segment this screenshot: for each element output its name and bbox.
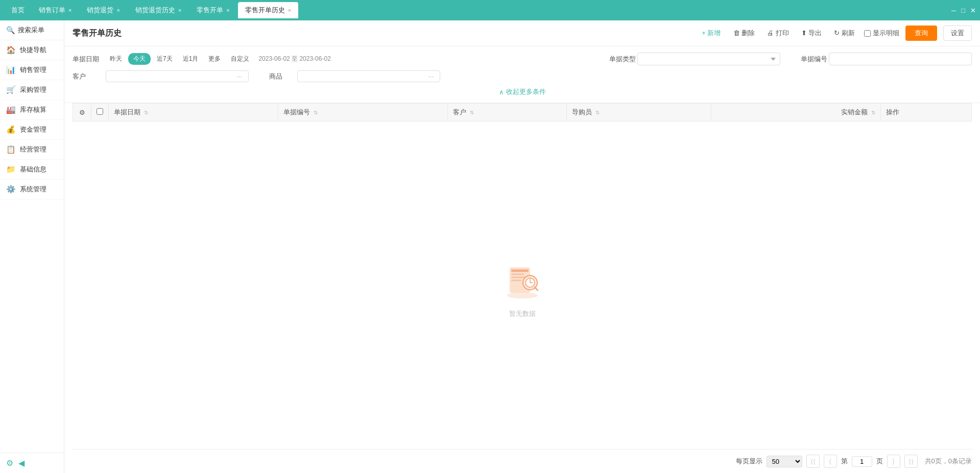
page-title: 零售开单历史: [73, 28, 122, 39]
data-table: ⚙ 单据日期 ⇅ 单据编号 ⇅: [73, 103, 972, 121]
customer-dots[interactable]: ···: [234, 72, 244, 80]
date-btn-more[interactable]: 更多: [204, 53, 225, 65]
empty-illustration: [497, 252, 548, 303]
svg-rect-5: [511, 280, 521, 281]
minimize-btn[interactable]: ─: [951, 7, 956, 14]
select-all-checkbox[interactable]: [97, 108, 103, 115]
show-detail-label: 显示明细: [873, 29, 899, 38]
sort-guide-icon[interactable]: ⇅: [595, 110, 600, 115]
toolbar: + 新增 🗑 删除 🖨 打印 ⬆ 导出 ↻ 刷新 显示明细 查询 设置: [699, 26, 972, 41]
close-tab-sales-order[interactable]: ×: [68, 7, 71, 13]
tab-sales-return[interactable]: 销货退货 ×: [80, 2, 127, 18]
filter-row-customer: 客户 ··· 商品 ···: [73, 70, 972, 82]
per-page-select[interactable]: 50 20 100: [767, 456, 802, 467]
pagination: 每页显示 50 20 100 ⟨⟨ ⟨ 第 页 ⟩ ⟩⟩ 共0页，0条记录: [73, 449, 972, 473]
sidebar-item-system[interactable]: ⚙️ 系统管理: [0, 180, 64, 200]
th-guide[interactable]: 导购员 ⇅: [567, 104, 711, 121]
type-filter-label: 单据类型: [609, 55, 637, 64]
sort-customer-icon[interactable]: ⇅: [470, 110, 474, 115]
print-button[interactable]: 🖨 打印: [764, 27, 792, 40]
tab-home[interactable]: 首页: [4, 2, 32, 18]
date-filter-label: 单据日期: [73, 55, 106, 64]
sidebar-item-purchase-mgmt[interactable]: 🛒 采购管理: [0, 80, 64, 100]
th-date-label: 单据日期: [114, 108, 140, 116]
date-btn-today[interactable]: 今天: [128, 53, 151, 65]
home-icon: 🏠: [6, 45, 16, 55]
number-filter-input[interactable]: [829, 53, 972, 65]
collapse-more-btn[interactable]: ∧ 收起更多条件: [73, 87, 972, 96]
show-detail-toggle[interactable]: 显示明细: [864, 29, 899, 38]
settings-icon-btn[interactable]: ⚙: [6, 458, 13, 468]
th-number-label: 单据编号: [283, 108, 310, 116]
empty-text: 暂无数据: [509, 309, 536, 318]
query-button[interactable]: 查询: [905, 26, 937, 41]
th-number[interactable]: 单据编号 ⇅: [278, 104, 447, 121]
th-guide-label: 导购员: [572, 108, 592, 116]
table-gear-icon[interactable]: ⚙: [79, 109, 85, 116]
table-header-row: ⚙ 单据日期 ⇅ 单据编号 ⇅: [73, 104, 972, 121]
search-label: 搜索采单: [18, 26, 44, 35]
sidebar-bottom: ⚙ ◀: [0, 453, 64, 473]
sidebar-item-finance[interactable]: 💰 资金管理: [0, 120, 64, 140]
sidebar-item-sales-mgmt[interactable]: 📊 销售管理: [0, 60, 64, 80]
prev-page-btn[interactable]: ⟨: [824, 455, 837, 468]
last-page-btn[interactable]: ⟩⟩: [904, 455, 918, 468]
sidebar-item-operation[interactable]: 📋 经营管理: [0, 140, 64, 160]
product-filter-input[interactable]: [302, 72, 426, 80]
maximize-btn[interactable]: □: [961, 7, 965, 14]
clipboard-icon: 📋: [6, 145, 16, 154]
th-amount[interactable]: 实销金额 ⇅: [711, 104, 881, 121]
filter-section: 单据日期 昨天 今天 近7天 近1月 更多 自定义 2023-06-02 至 2…: [64, 46, 980, 103]
per-page-label: 每页显示: [736, 457, 762, 466]
folder-icon: 📁: [6, 165, 16, 174]
sidebar-item-inventory[interactable]: 🏭 库存核算: [0, 100, 64, 120]
first-page-btn[interactable]: ⟨⟨: [806, 455, 820, 468]
sidebar-item-quick-nav[interactable]: 🏠 快捷导航: [0, 40, 64, 60]
date-btn-1month[interactable]: 近1月: [179, 53, 203, 65]
th-date[interactable]: 单据日期 ⇅: [109, 104, 278, 121]
date-btn-custom[interactable]: 自定义: [227, 53, 253, 65]
tab-retail-open[interactable]: 零售开单 ×: [189, 2, 236, 18]
close-tab-sales-return-history[interactable]: ×: [178, 7, 181, 13]
th-customer[interactable]: 客户 ⇅: [447, 104, 566, 121]
tab-sales-return-history[interactable]: 销货退货历史 ×: [128, 2, 188, 18]
show-detail-checkbox[interactable]: [864, 30, 871, 37]
date-filter-buttons: 昨天 今天 近7天 近1月 更多 自定义 2023-06-02 至 2023-0…: [106, 53, 331, 65]
chevron-up-icon: ∧: [499, 88, 504, 96]
close-tab-sales-return[interactable]: ×: [116, 7, 119, 13]
th-gear[interactable]: ⚙: [73, 104, 91, 121]
next-page-btn[interactable]: ⟩: [887, 455, 900, 468]
date-btn-yesterday[interactable]: 昨天: [106, 53, 126, 65]
customer-filter-input[interactable]: [110, 72, 234, 80]
close-tab-retail-open-history[interactable]: ×: [288, 7, 291, 13]
sidebar-item-label: 采购管理: [20, 85, 46, 94]
sort-date-icon[interactable]: ⇅: [144, 110, 148, 115]
sort-number-icon[interactable]: ⇅: [314, 110, 318, 115]
settings-button[interactable]: 设置: [943, 26, 972, 41]
refresh-button[interactable]: ↻ 刷新: [831, 27, 858, 40]
date-btn-7days[interactable]: 近7天: [153, 53, 177, 65]
sidebar-item-label: 快捷导航: [20, 45, 46, 55]
content-area: 零售开单历史 + 新增 🗑 删除 🖨 打印 ⬆ 导出 ↻ 刷新 显示明细 查询 …: [64, 20, 980, 473]
sidebar-search[interactable]: 🔍 搜索采单: [0, 20, 64, 40]
warehouse-icon: 🏭: [6, 105, 16, 114]
filter-row-date: 单据日期 昨天 今天 近7天 近1月 更多 自定义 2023-06-02 至 2…: [73, 53, 972, 65]
type-filter-select[interactable]: [637, 53, 780, 65]
tab-bar: 首页 销售订单 × 销货退货 × 销货退货历史 × 零售开单 × 零售开单历史 …: [0, 0, 980, 20]
close-tab-retail-open[interactable]: ×: [226, 7, 229, 13]
sort-amount-icon[interactable]: ⇅: [871, 110, 875, 115]
tab-retail-open-history[interactable]: 零售开单历史 ×: [238, 2, 298, 18]
tab-sales-order[interactable]: 销售订单 ×: [32, 2, 79, 18]
th-checkbox[interactable]: [91, 104, 109, 121]
delete-button[interactable]: 🗑 删除: [730, 27, 758, 40]
product-dots[interactable]: ···: [426, 72, 436, 80]
page-number-input[interactable]: [852, 456, 872, 467]
collapse-sidebar-btn[interactable]: ◀: [18, 458, 25, 468]
add-button[interactable]: + 新增: [699, 27, 724, 40]
sidebar-item-basic-info[interactable]: 📁 基础信息: [0, 160, 64, 180]
export-button[interactable]: ⬆ 导出: [798, 27, 825, 40]
close-btn[interactable]: ✕: [970, 7, 976, 14]
sidebar-item-label: 资金管理: [20, 125, 46, 134]
collapse-label: 收起更多条件: [506, 87, 546, 96]
svg-rect-2: [511, 269, 529, 272]
